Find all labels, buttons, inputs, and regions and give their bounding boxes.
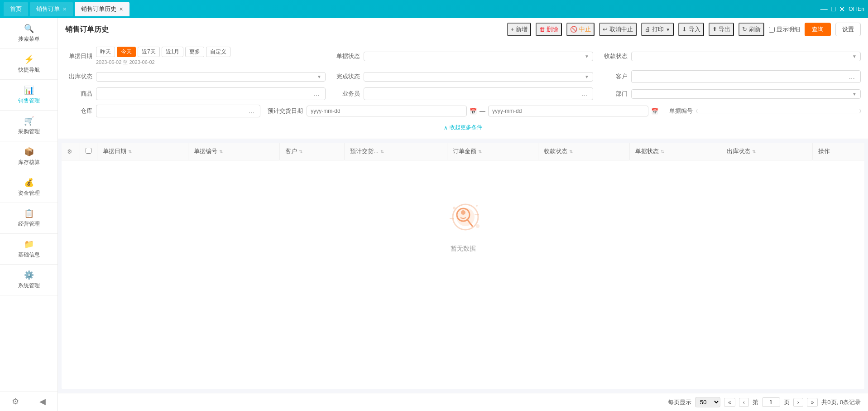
sidebar-item-inventory[interactable]: 📦 库存核算 (0, 141, 58, 172)
date-option-1month[interactable]: 近1月 (162, 47, 184, 57)
sort-date[interactable]: 单据日期 ⇅ (103, 147, 132, 155)
salesperson-ellipsis-btn[interactable]: ... (580, 90, 589, 98)
sort-outbound-status[interactable]: 出库状态 ⇅ (727, 147, 756, 155)
sidebar-item-purchase-mgmt[interactable]: 🛒 采购管理 (0, 111, 58, 141)
warehouse-ellipsis-btn[interactable]: ... (247, 107, 256, 115)
tab-home[interactable]: 首页 (4, 2, 28, 16)
cancel-stop-button[interactable]: ↩ 取消中止 (599, 23, 637, 36)
th-amount-label: 订单金额 (453, 147, 476, 155)
setting-button[interactable]: 设置 (835, 23, 861, 36)
warehouse-label: 仓库 (65, 107, 92, 115)
next-page-button[interactable]: › (793, 398, 803, 407)
sidebar-item-system-mgmt-label: 系统管理 (18, 282, 40, 290)
sort-receipt-status[interactable]: 收款状态 ⇅ (544, 147, 573, 155)
sort-delivery-date-icon: ⇅ (380, 149, 384, 154)
tab-sales-order[interactable]: 销售订单 ✕ (30, 2, 73, 16)
table-header: ⚙ 单据日期 ⇅ (62, 143, 864, 160)
th-operation: 操作 (812, 143, 864, 160)
collapse-sidebar-icon[interactable]: ◀ (39, 396, 46, 406)
th-delivery-date-label: 预计交货... (350, 147, 379, 155)
outbound-status-label: 出库状态 (65, 73, 92, 81)
window-maximize-icon[interactable]: □ (831, 5, 836, 13)
prev-page-button[interactable]: ‹ (739, 398, 749, 407)
first-page-button[interactable]: « (724, 398, 735, 407)
sort-receipt-status-icon: ⇅ (569, 149, 573, 154)
display-detail-checkbox[interactable] (769, 27, 775, 33)
receipt-status-label: 收款状态 (600, 52, 628, 60)
collapse-bar[interactable]: ∧ 收起更多条件 (65, 122, 861, 133)
query-button[interactable]: 查询 (805, 23, 831, 36)
dept-arrow-icon: ▼ (852, 92, 857, 97)
goods-ellipsis-btn[interactable]: ... (312, 90, 321, 98)
sidebar-item-search-menu[interactable]: 🔍 搜索菜单 (0, 18, 58, 49)
svg-point-5 (453, 207, 456, 209)
tab-sales-order-close[interactable]: ✕ (62, 6, 67, 12)
sidebar-item-operations[interactable]: 📋 经营管理 (0, 203, 58, 234)
export-button[interactable]: ⬆ 导出 (709, 23, 734, 36)
delivery-date-end[interactable] (488, 106, 648, 116)
sort-bill-no[interactable]: 单据编号 ⇅ (194, 147, 223, 155)
sidebar-item-quick-nav[interactable]: ⚡ 快捷导航 (0, 49, 58, 80)
window-minimize-icon[interactable]: — (820, 5, 828, 13)
page-header: 销售订单历史 + 新增 🗑 删除 🚫 中止 ↩ 取消中止 🖨 打印 ▼ ⬇ 导入… (58, 18, 868, 41)
sort-delivery-date[interactable]: 预计交货... ⇅ (350, 147, 384, 155)
date-label: 单据日期 (65, 52, 92, 60)
sort-bill-status[interactable]: 单据状态 ⇅ (635, 147, 664, 155)
complete-status-group: 完成状态 ▼ (333, 72, 593, 82)
th-bill-status: 单据状态 ⇅ (630, 143, 721, 160)
date-option-yesterday[interactable]: 昨天 (96, 47, 115, 57)
settings-bottom-icon[interactable]: ⚙ (12, 396, 19, 406)
complete-status-select[interactable]: ▼ (364, 72, 593, 82)
select-all-checkbox[interactable] (86, 148, 91, 154)
window-close-icon[interactable]: ✕ (839, 5, 845, 14)
sidebar-item-sales-mgmt[interactable]: 📊 销售管理 (0, 80, 58, 111)
dept-select[interactable]: ▼ (631, 89, 861, 99)
th-date-label: 单据日期 (103, 147, 126, 155)
date-option-custom[interactable]: 自定义 (206, 47, 230, 57)
sort-outbound-status-icon: ⇅ (752, 149, 756, 154)
delete-button[interactable]: 🗑 删除 (536, 23, 562, 36)
import-button[interactable]: ⬇ 导入 (678, 23, 704, 36)
outbound-status-select[interactable]: ▼ (96, 72, 326, 82)
date-separator: — (480, 108, 485, 115)
sort-customer[interactable]: 客户 ⇅ (285, 147, 302, 155)
pagination: 每页显示 50 10 20 100 « ‹ 第 页 › » 共0页, 0条记录 (58, 393, 868, 411)
last-page-button[interactable]: » (807, 398, 818, 407)
th-bill-no: 单据编号 ⇅ (188, 143, 280, 160)
page-input[interactable] (762, 397, 780, 407)
date-option-more[interactable]: 更多 (185, 47, 204, 57)
bill-status-select[interactable]: ▼ (364, 52, 593, 61)
customer-ellipsis-btn[interactable]: ... (847, 73, 857, 81)
tab-sales-order-history-close[interactable]: ✕ (119, 6, 123, 12)
often-label[interactable]: OfTEn (849, 6, 864, 12)
customer-group: 客户 ... (600, 70, 861, 83)
column-settings-icon[interactable]: ⚙ (67, 148, 72, 155)
sort-amount[interactable]: 订单金额 ⇅ (453, 147, 482, 155)
bill-status-label: 单据状态 (333, 52, 360, 60)
svg-point-6 (476, 205, 478, 207)
sidebar-item-purchase-mgmt-label: 采购管理 (18, 128, 40, 135)
receipt-status-select[interactable]: ▼ (631, 52, 861, 61)
sidebar-item-finance[interactable]: 💰 资金管理 (0, 172, 58, 203)
date-option-7days[interactable]: 近7天 (138, 47, 160, 57)
empty-state: 暂无数据 (62, 160, 864, 289)
calendar-end-icon[interactable]: 📅 (651, 108, 658, 115)
page-size-select[interactable]: 50 10 20 100 (695, 397, 720, 407)
sidebar-item-basic-info[interactable]: 📁 基础信息 (0, 234, 58, 265)
new-button[interactable]: + 新增 (507, 23, 531, 36)
delivery-date-start[interactable] (307, 106, 467, 116)
filter-row-4: 仓库 ... 预计交货日期 📅 — 📅 (65, 105, 861, 117)
operations-icon: 📋 (24, 208, 34, 218)
sidebar-item-operations-label: 经营管理 (18, 220, 40, 228)
sidebar-item-system-mgmt[interactable]: ⚙️ 系统管理 (0, 265, 58, 295)
main-layout: 🔍 搜索菜单 ⚡ 快捷导航 📊 销售管理 🛒 采购管理 📦 库存核算 💰 资金管… (0, 18, 868, 411)
bill-status-group: 单据状态 ▼ (333, 52, 593, 61)
tab-sales-order-history[interactable]: 销售订单历史 ✕ (75, 2, 129, 16)
stop-button[interactable]: 🚫 中止 (566, 23, 595, 36)
calendar-start-icon[interactable]: 📅 (470, 108, 477, 115)
print-button[interactable]: 🖨 打印 ▼ (641, 23, 674, 36)
page-unit: 页 (784, 398, 790, 406)
date-option-today[interactable]: 今天 (117, 47, 136, 57)
refresh-button[interactable]: ↻ 刷新 (739, 23, 764, 36)
top-bar: 首页 销售订单 ✕ 销售订单历史 ✕ — □ ✕ OfTEn (0, 0, 868, 18)
